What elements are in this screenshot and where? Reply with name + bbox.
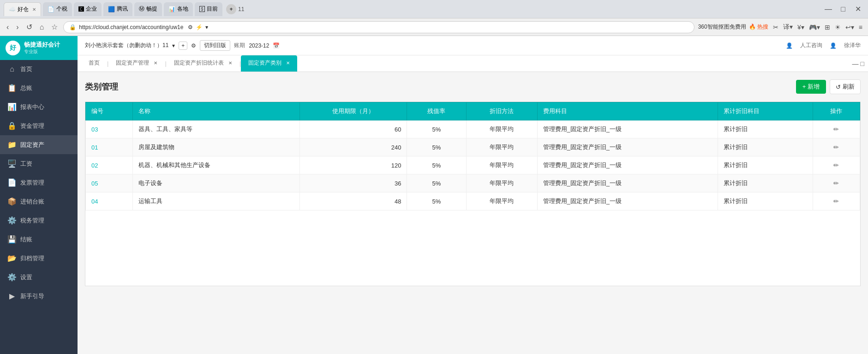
logo-name: 畅捷通好会计 <box>24 41 60 48</box>
cell-expense: 管理费用_固定资产折旧_一级 <box>537 120 718 138</box>
page-title: 类别管理 <box>85 81 118 92</box>
sidebar-item-salary[interactable]: 🖥️ 工资 <box>0 154 78 173</box>
calendar-icon[interactable]: 📅 <box>273 42 280 49</box>
browser-tab-geshu[interactable]: 📄 个税 <box>43 2 72 16</box>
code-link[interactable]: 03 <box>91 126 98 133</box>
scissors-icon[interactable]: ✂ <box>772 23 779 32</box>
cell-expense: 管理费用_固定资产折旧_一级 <box>537 174 718 192</box>
game-icon[interactable]: 🎮▾ <box>808 23 821 32</box>
top-bar: 刘小艳演示套套（勿删勿动！）11 ▾ + ⚙ 切到旧版 账期 2023-12 📅… <box>78 36 868 55</box>
hot-label: 🔥 热搜 <box>749 23 768 31</box>
sidebar-item-home[interactable]: ⌂ 首页 <box>0 60 78 78</box>
tab-asset-category[interactable]: 固定资产类别 ✕ <box>241 55 297 72</box>
browser-tab-active[interactable]: ☁️ 好仓 ✕ <box>4 2 41 16</box>
code-link[interactable]: 02 <box>91 162 98 169</box>
sidebar-label-ledger: 总账 <box>20 84 32 92</box>
top-bar-right: 👤 人工咨询 👤 徐泽华 <box>786 42 861 49</box>
invoice-icon: 📄 <box>7 178 17 187</box>
sidebar-item-invoice[interactable]: 📄 发票管理 <box>0 173 78 192</box>
cell-accum: 累计折旧 <box>718 120 813 138</box>
edit-icon[interactable]: ✏ <box>833 144 839 151</box>
edit-icon[interactable]: ✏ <box>833 162 839 169</box>
sidebar-item-settings[interactable]: ⚙️ 设置 <box>0 268 78 287</box>
sidebar-item-fixed[interactable]: 📁 固定资产 <box>0 135 78 154</box>
consult-label[interactable]: 人工咨询 <box>800 42 822 49</box>
tab-favicon: ☁️ <box>9 6 16 12</box>
browser-tab-gedi[interactable]: 📊 各地 <box>164 2 193 16</box>
toolbar-icons: ✂ 译▾ ¥▾ 🎮▾ ⊞ ☀ ↩▾ ≡ <box>772 22 863 32</box>
tab-minimize-icon[interactable]: — <box>852 60 859 67</box>
translate-icon[interactable]: 译▾ <box>782 22 794 32</box>
sidebar-item-purchase[interactable]: 📦 进销台账 <box>0 192 78 211</box>
edit-icon[interactable]: ✏ <box>833 198 839 205</box>
sidebar-item-report[interactable]: 📊 报表中心 <box>0 97 78 116</box>
logo-sub: 专业版 <box>24 48 60 55</box>
switch-version-btn[interactable]: 切到旧版 <box>200 40 230 51</box>
cell-accum: 累计折旧 <box>718 156 813 174</box>
grid-icon[interactable]: ⊞ <box>824 23 831 32</box>
code-link[interactable]: 04 <box>91 198 98 205</box>
forward-btn[interactable]: › <box>14 22 20 32</box>
code-link[interactable]: 01 <box>91 144 98 151</box>
content-area: 类别管理 + 新增 ↺ 刷新 编号 名称 使用期限（月） <box>78 72 868 354</box>
tab-label: 腾讯 <box>117 5 128 13</box>
tab-home[interactable]: 首页 <box>81 55 107 72</box>
cell-name: 运输工具 <box>133 192 300 210</box>
settings-icon[interactable]: ⚙ <box>191 42 196 49</box>
cell-code: 05 <box>86 174 133 192</box>
tab-favicon: 🅂 <box>199 6 205 12</box>
browser-tab-tengxun[interactable]: 🟦 腾讯 <box>103 2 132 16</box>
coin-icon[interactable]: ¥▾ <box>796 23 805 32</box>
app-layout: 好 畅捷通好会计 专业版 ⌂ 首页 📋 总账 📊 报表中心 🔒 资金管理 📁 固… <box>0 36 868 354</box>
new-tab-btn[interactable]: + <box>226 4 236 14</box>
code-link[interactable]: 05 <box>91 180 98 187</box>
archive-icon: 📂 <box>7 254 17 263</box>
browser-tab-mubiao[interactable]: 🅂 目前 <box>195 2 222 16</box>
sidebar-item-guide[interactable]: ▶ 新手引导 <box>0 287 78 306</box>
col-header-method: 折旧方法 <box>466 102 537 120</box>
cell-code: 04 <box>86 192 133 210</box>
cell-residual: 5% <box>407 120 466 138</box>
tab-close-depreciation-stats[interactable]: ✕ <box>228 60 232 66</box>
tab-maximize-icon[interactable]: □ <box>861 60 864 67</box>
browser-tab-qiye[interactable]: 🅲 企业 <box>74 2 102 16</box>
undo-icon[interactable]: ↩▾ <box>844 23 855 32</box>
cell-accum: 累计折旧 <box>718 138 813 156</box>
dropdown-arrow[interactable]: ▾ <box>172 42 175 49</box>
edit-icon[interactable]: ✏ <box>833 126 839 133</box>
period-label: 账期 <box>234 42 245 49</box>
add-button[interactable]: + 新增 <box>796 80 826 94</box>
sidebar-item-capital[interactable]: 🔒 资金管理 <box>0 116 78 135</box>
plus-icon[interactable]: + <box>179 42 187 50</box>
reload-btn[interactable]: ↺ <box>24 22 34 32</box>
search-area[interactable]: 360智能抠图免费用 🔥 热搜 <box>698 23 768 31</box>
tab-close-asset-category[interactable]: ✕ <box>286 60 290 66</box>
back-btn[interactable]: ‹ <box>5 22 11 32</box>
sidebar-item-tax[interactable]: ⚙️ 税务管理 <box>0 211 78 230</box>
cell-name: 房屋及建筑物 <box>133 138 300 156</box>
minimize-btn[interactable]: — <box>822 3 835 16</box>
window-close-btn[interactable]: ✕ <box>851 3 864 16</box>
guide-icon: ▶ <box>7 292 17 300</box>
sun-icon[interactable]: ☀ <box>834 23 842 32</box>
refresh-button[interactable]: ↺ 刷新 <box>830 79 861 94</box>
tab-depreciation-stats[interactable]: 固定资产折旧统计表 ✕ <box>167 55 239 72</box>
tab-fixed-mgmt[interactable]: 固定资产管理 ✕ <box>108 55 165 72</box>
menu-icon[interactable]: ≡ <box>858 23 863 32</box>
sidebar-item-archive[interactable]: 📂 归档管理 <box>0 249 78 268</box>
bookmark-btn[interactable]: ☆ <box>49 22 60 32</box>
edit-icon[interactable]: ✏ <box>833 180 839 187</box>
restore-btn[interactable]: □ <box>837 3 850 16</box>
tab-close-fixed-mgmt[interactable]: ✕ <box>154 60 157 66</box>
sidebar-item-ledger[interactable]: 📋 总账 <box>0 78 78 97</box>
sidebar-item-settle[interactable]: 💾 结账 <box>0 230 78 249</box>
browser-tab-changtie[interactable]: Ⓜ 畅提 <box>134 2 162 16</box>
address-bar-row: ‹ › ↺ ⌂ ☆ 🔒 https://cloud.chanjet.com/ac… <box>0 18 868 36</box>
tab-favicon: 📊 <box>168 6 175 12</box>
cell-period: 48 <box>300 192 407 210</box>
cell-action: ✏ <box>813 174 860 192</box>
address-input[interactable]: 🔒 https://cloud.chanjet.com/accounting/u… <box>63 21 694 33</box>
home-btn[interactable]: ⌂ <box>38 22 46 32</box>
tab-close-icon[interactable]: ✕ <box>32 7 36 12</box>
header-actions: + 新增 ↺ 刷新 <box>796 79 861 94</box>
